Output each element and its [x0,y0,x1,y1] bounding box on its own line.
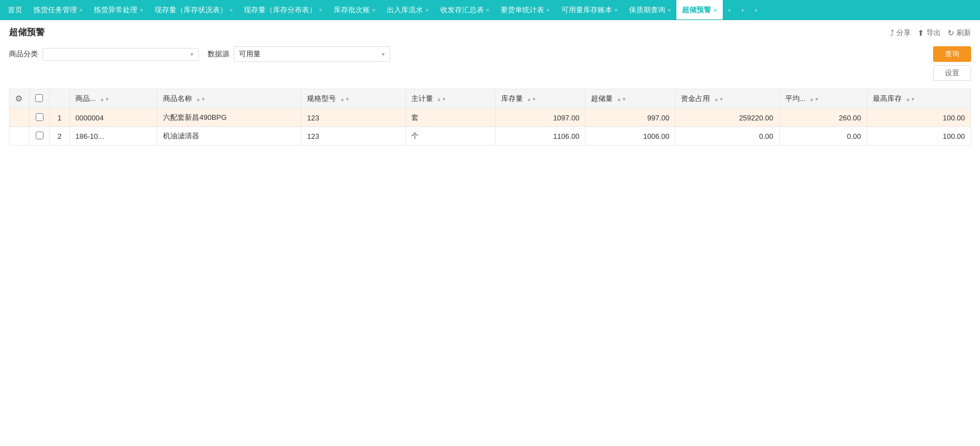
nav-item-summary[interactable]: 收发存汇总表 × [435,0,495,20]
th-capital-label: 资金占用 [681,94,710,103]
td-product-code-1: 186-10... [70,127,157,146]
sort-icon-unit[interactable]: ▲▼ [436,96,446,102]
nav-item-batch[interactable]: 库存批次账 × [328,0,381,20]
close-icon-batch[interactable]: × [372,7,376,13]
nav-more-arrow[interactable]: › [750,0,763,20]
settings-button[interactable]: 设置 [933,65,971,81]
th-settings: ⚙ [9,89,30,109]
sort-icon-max-stock[interactable]: ▲▼ [905,96,915,102]
th-checkbox [30,89,50,109]
datasource-filter: 数据源 可用量 ▾ [208,46,390,62]
th-avg: 平均... ▲▼ [779,89,867,109]
nav-label-exception: 拣货异常处理 [94,5,137,15]
th-unit-label: 主计量 [411,94,433,103]
table-row: 1 0000004 六配套新昌490BPG 123 套 1097.00 997.… [9,109,971,127]
th-avg-label: 平均... [785,94,806,103]
nav-label-task: 拣货任务管理 [33,5,77,15]
th-stock: 库存量 ▲▼ [495,89,585,109]
sort-icon-overstock[interactable]: ▲▼ [617,96,627,102]
datasource-select-value: 可用量 [239,49,261,59]
th-overstock-label: 超储量 [591,94,613,103]
close-icon-summary[interactable]: × [486,7,489,13]
select-all-checkbox[interactable] [35,94,43,102]
th-capital: 资金占用 ▲▼ [675,89,779,109]
close-icon-available[interactable]: × [614,7,618,13]
datasource-chevron-icon: ▾ [382,51,385,58]
close-icon-exception[interactable]: × [140,7,143,13]
close-icon-stock-dist[interactable]: × [319,7,322,13]
close-icon-task[interactable]: × [79,7,83,13]
nav-item-stock-status[interactable]: 现存量（库存状况表） × [149,0,238,20]
td-stock-1: 1106.00 [495,127,585,146]
nav-label-stock-status: 现存量（库存状况表） [155,5,227,15]
td-unit-1: 个 [405,127,495,146]
refresh-button[interactable]: ↻ 刷新 [948,28,971,38]
th-product-name-label: 商品名称 [163,94,192,103]
query-button[interactable]: 查询 [933,46,971,62]
td-checkbox-0[interactable] [30,109,50,127]
sort-icon-capital[interactable]: ▲▼ [714,96,724,102]
td-avg-0: 260.00 [779,109,867,127]
close-icon-order-stats[interactable]: × [546,7,550,13]
nav-item-order-stats[interactable]: 要货单统计表 × [495,0,555,20]
page-content: 超储预警 ⤴ 分享 ⬆ 导出 ↻ 刷新 商品分类 ▾ [0,20,980,152]
th-max-stock: 最高库存 ▲▼ [867,89,971,109]
nav-item-task[interactable]: 拣货任务管理 × [28,0,88,20]
td-settings-0 [9,109,30,127]
category-select[interactable]: ▾ [42,48,199,61]
td-rownum-1: 2 [50,127,70,146]
th-product-name: 商品名称 ▲▼ [157,89,301,109]
td-max-stock-1: 100.00 [867,127,971,146]
nav-label-expiry: 保质期查询 [629,5,665,15]
export-button[interactable]: ⬆ 导出 [917,28,941,38]
nav-item-home[interactable]: 首页 [2,0,28,20]
filter-fields: 商品分类 ▾ 数据源 可用量 ▾ [9,46,933,62]
nav-item-flow[interactable]: 出入库流水 × [381,0,434,20]
sort-icon-spec[interactable]: ▲▼ [340,96,350,102]
table-body: 1 0000004 六配套新昌490BPG 123 套 1097.00 997.… [9,109,971,146]
nav-item-overstock[interactable]: 超储预警 × [676,0,722,20]
td-product-code-0: 0000004 [70,109,157,127]
th-rownum [50,89,70,109]
nav-item-expiry[interactable]: 保质期查询 × [623,0,676,20]
datasource-label: 数据源 [208,49,229,59]
close-icon-overstock[interactable]: × [713,7,717,13]
td-rownum-0: 1 [50,109,70,127]
export-icon: ⬆ [917,28,924,37]
table-row: 2 186-10... 机油滤清器 123 个 1106.00 1006.00 … [9,127,971,146]
th-stock-label: 库存量 [501,94,523,103]
settings-gear-icon[interactable]: ⚙ [15,94,22,103]
share-button[interactable]: ⤴ 分享 [890,28,911,38]
close-icon-flow[interactable]: × [425,7,429,13]
td-max-stock-0: 100.00 [867,109,971,127]
close-icon-expiry[interactable]: × [667,7,671,13]
th-spec-label: 规格型号 [307,94,336,103]
td-product-name-0: 六配套新昌490BPG [157,109,301,127]
nav-label-batch: 库存批次账 [334,5,370,15]
sort-icon-avg[interactable]: ▲▼ [809,96,819,102]
th-overstock: 超储量 ▲▼ [585,89,675,109]
td-capital-1: 0.00 [675,127,779,146]
sort-icon-stock[interactable]: ▲▼ [526,96,536,102]
close-icon-stock-status[interactable]: × [229,7,233,13]
nav-next-arrow[interactable]: › [736,0,750,20]
sort-icon-product-code[interactable]: ▲▼ [99,96,109,102]
nav-item-available[interactable]: 可用量库存账本 × [556,0,623,20]
refresh-label: 刷新 [957,28,971,38]
share-icon: ⤴ [890,28,894,37]
page-title: 超储预警 [9,27,45,38]
sort-icon-product-name[interactable]: ▲▼ [196,96,206,102]
nav-item-stock-dist[interactable]: 现存量（库存分布表） × [238,0,328,20]
nav-prev-arrow[interactable]: ‹ [723,0,736,20]
td-settings-1 [9,127,30,146]
datasource-select[interactable]: 可用量 ▾ [234,46,390,62]
nav-label-stock-dist: 现存量（库存分布表） [244,5,316,15]
th-max-stock-label: 最高库存 [873,94,902,103]
td-overstock-1: 1006.00 [585,127,675,146]
nav-item-exception[interactable]: 拣货异常处理 × [88,0,148,20]
row-checkbox-1[interactable] [36,132,44,139]
td-checkbox-1[interactable] [30,127,50,146]
row-checkbox-0[interactable] [36,113,44,121]
category-label: 商品分类 [9,49,38,59]
th-product-code: 商品... ▲▼ [70,89,157,109]
